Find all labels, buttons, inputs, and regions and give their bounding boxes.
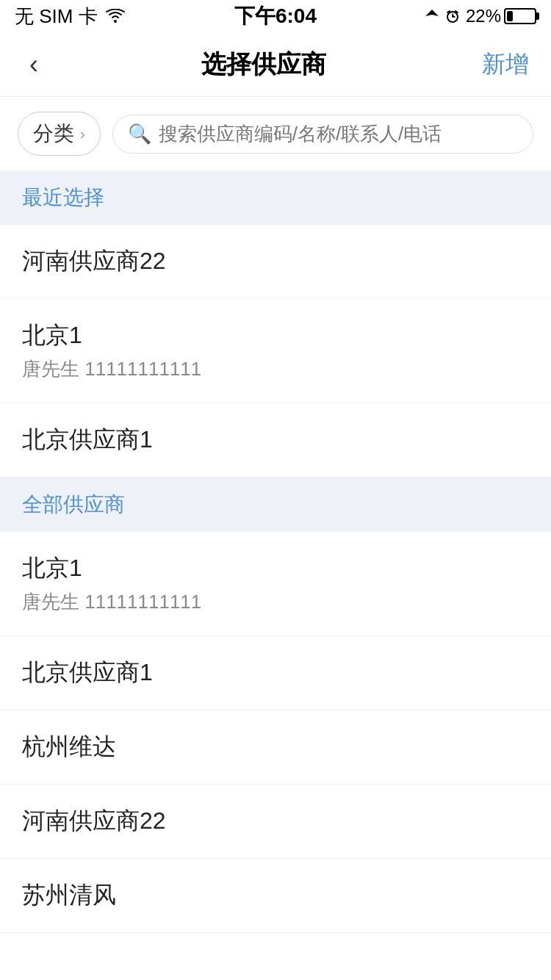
status-left: 无 SIM 卡 (15, 4, 126, 29)
list-item[interactable]: 北京供应商1 (0, 636, 551, 710)
list-item[interactable]: 北京1唐先生 11111111111 (0, 532, 551, 636)
page-title: 选择供应商 (201, 48, 326, 82)
location-icon (425, 9, 439, 24)
battery-container: 22% (466, 6, 536, 26)
status-bar: 无 SIM 卡 下午6:04 22% (0, 0, 551, 32)
all-section-header: 全部供应商 (0, 478, 551, 532)
item-name: 北京1 (22, 552, 529, 585)
all-list: 北京1唐先生 11111111111北京供应商1杭州维达河南供应商22苏州清风 (0, 532, 551, 933)
list-item[interactable]: 河南供应商22 (0, 785, 551, 859)
list-item[interactable]: 苏州清风 (0, 859, 551, 933)
item-name: 河南供应商22 (22, 805, 529, 837)
search-icon: 🔍 (128, 123, 151, 145)
recent-section-header: 最近选择 (0, 170, 551, 225)
search-box: 🔍 (112, 115, 533, 154)
chevron-right-icon: › (80, 126, 85, 143)
wifi-icon (105, 9, 126, 24)
svg-point-0 (114, 20, 117, 23)
nav-bar: ‹ 选择供应商 新增 (0, 32, 551, 97)
item-name: 北京供应商1 (22, 657, 529, 689)
list-item[interactable]: 北京供应商1 (0, 403, 551, 478)
recent-list: 河南供应商22北京1唐先生 11111111111北京供应商1 (0, 225, 551, 478)
status-right: 22% (425, 6, 536, 26)
battery-percent: 22% (466, 6, 501, 26)
alarm-icon (445, 9, 460, 24)
battery-icon (504, 8, 536, 24)
filter-bar: 分类 › 🔍 (0, 97, 551, 170)
list-item[interactable]: 河南供应商22 (0, 225, 551, 299)
item-sub: 唐先生 11111111111 (22, 589, 529, 615)
item-name: 河南供应商22 (22, 245, 529, 278)
item-name: 北京1 (22, 320, 529, 352)
item-name: 北京供应商1 (22, 424, 529, 456)
list-item[interactable]: 北京1唐先生 11111111111 (0, 299, 551, 403)
search-input[interactable] (159, 123, 518, 145)
new-action-button[interactable]: 新增 (482, 48, 529, 81)
status-time: 下午6:04 (234, 2, 317, 30)
back-button[interactable]: ‹ (22, 42, 46, 87)
category-button[interactable]: 分类 › (18, 112, 101, 156)
item-name: 苏州清风 (22, 879, 529, 912)
category-label: 分类 (33, 120, 74, 148)
list-item[interactable]: 杭州维达 (0, 710, 551, 785)
item-sub: 唐先生 11111111111 (22, 356, 529, 382)
no-sim-text: 无 SIM 卡 (15, 4, 98, 29)
item-name: 杭州维达 (22, 731, 529, 763)
battery-fill (507, 11, 513, 21)
